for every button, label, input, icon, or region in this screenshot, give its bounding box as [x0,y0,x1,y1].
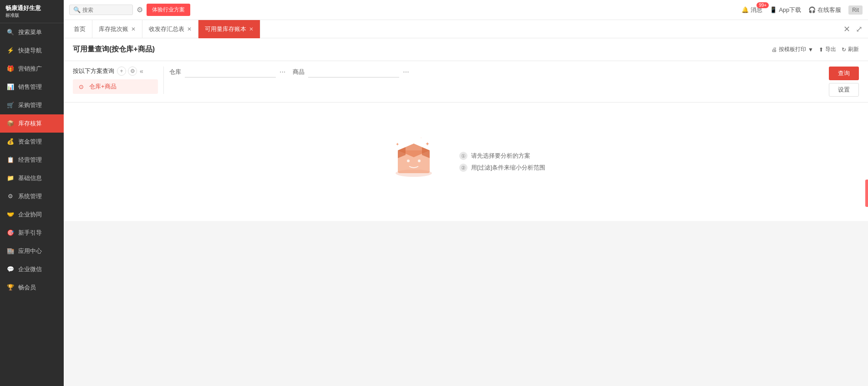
sidebar-item-label: 营销推广 [18,65,42,73]
topbar-search[interactable]: 🔍 [69,5,133,15]
sales-icon: 📊 [6,83,15,91]
warehouse-label: 仓库 [169,68,181,76]
tab-label-available: 可用量库存账本 [205,25,246,33]
message-icon: 🔔 [741,6,749,13]
sidebar-item-label: 资金管理 [18,138,42,146]
sidebar-item-sales[interactable]: 📊销售管理 [0,78,64,96]
sidebar-item-apps[interactable]: 🏬应用中心 [0,242,64,260]
sidebar-item-label: 库存核算 [18,119,42,128]
chevron-down-icon: ▼ [808,46,813,53]
query-button[interactable]: 查询 [829,67,859,80]
tab-summary[interactable]: 收发存汇总表✕ [142,20,198,38]
sidebar-logo: 畅康通好生意 标准版 [5,5,58,18]
sidebar-item-search[interactable]: 🔍搜索菜单 [0,23,64,41]
settings-icon[interactable]: ⚙ [137,5,143,14]
tab-close-available[interactable]: ✕ [249,26,254,32]
warehouse-more-icon[interactable]: ··· [279,68,285,76]
tab-close-all[interactable]: ✕ [840,24,854,34]
query-filters: 仓库 ··· 商品 ··· [169,67,823,77]
tab-close-summary[interactable]: ✕ [187,26,192,32]
tab-home[interactable]: 首页 [67,20,92,38]
sidebar-item-shortcut[interactable]: ⚡快捷导航 [0,41,64,60]
basic-icon: 📁 [6,174,15,182]
edit-scheme-button[interactable]: ⚙ [128,67,137,76]
sidebar-item-member[interactable]: 🏆畅会员 [0,278,64,297]
print-icon: 🖨 [772,46,777,53]
add-scheme-button[interactable]: + [117,67,126,76]
sidebar: 畅康通好生意 标准版 🔍搜索菜单⚡快捷导航🎁营销推广📊销售管理🛒采购管理📦库存核… [0,0,64,386]
empty-illustration: ✦ ✦ · [386,130,441,185]
scheme-item-warehouse-product[interactable]: ⊙ 仓库+商品 [73,79,158,94]
sidebar-item-label: 企业微信 [18,265,42,273]
svg-point-5 [407,160,410,162]
tab-close-batch[interactable]: ✕ [131,26,136,32]
svg-text:·: · [421,136,421,140]
tab-label-summary: 收发存汇总表 [149,25,184,33]
sidebar-item-label: 应用中心 [18,247,42,255]
content-area: ✦ ✦ · ① 请先选择要分析的方案 ② 用[过滤]条件来缩小 [64,103,868,221]
trial-button[interactable]: 体验行业方案 [147,4,190,16]
sidebar-item-marketing[interactable]: 🎁营销推广 [0,60,64,78]
page-header: 可用量查询(按仓库+商品) 🖨 按模板打印 ▼ ⬆ 导出 ↻ 刷新 [64,38,868,61]
scheme-item-icon: ⊙ [76,82,86,91]
svg-text:✦: ✦ [396,142,399,147]
online-service-link[interactable]: 🎧 在线客服 [808,6,841,14]
enterprise-icon: 🤝 [6,211,15,219]
main-content: 🔍 ⚙ 体验行业方案 🔔 消息 99+ 📱 App下载 🎧 在线客服 Rit 首… [64,0,868,386]
phone-icon: 📱 [770,6,777,13]
system-icon: ⚙ [6,192,15,201]
guide-icon: 🎯 [6,229,15,237]
query-area: 按以下方案查询 + ⚙ « ⊙ 仓库+商品 仓库 [64,61,868,103]
tab-label-batch: 库存批次账 [99,25,128,33]
scheme-actions: + ⚙ [117,67,137,76]
sidebar-scroll: 🔍搜索菜单⚡快捷导航🎁营销推广📊销售管理🛒采购管理📦库存核算💰资金管理📋经营管理… [0,23,64,386]
export-button[interactable]: ⬆ 导出 [819,46,836,53]
user-avatar[interactable]: Rit [848,5,863,15]
print-button[interactable]: 🖨 按模板打印 ▼ [772,46,813,53]
tab-available[interactable]: 可用量库存账本✕ [198,20,260,38]
empty-tips: ① 请先选择要分析的方案 ② 用[过滤]条件来缩小分析范围 [459,152,545,172]
sidebar-item-guide[interactable]: 🎯新手引导 [0,224,64,242]
sidebar-item-enterprise[interactable]: 🤝企业协同 [0,206,64,224]
search-input[interactable] [82,7,128,13]
wechat-icon: 💬 [6,265,15,273]
message-badge: 99+ [756,2,769,8]
marketing-icon: 🎁 [6,65,15,73]
collapse-icon[interactable]: « [140,67,143,75]
empty-tip-2: ② 用[过滤]条件来缩小分析范围 [459,164,545,172]
app-download-link[interactable]: 📱 App下载 [770,6,801,14]
sidebar-item-finance[interactable]: 💰资金管理 [0,133,64,151]
topbar: 🔍 ⚙ 体验行业方案 🔔 消息 99+ 📱 App下载 🎧 在线客服 Rit [64,0,868,20]
product-label: 商品 [293,68,305,76]
tab-batch[interactable]: 库存批次账✕ [92,20,142,38]
refresh-button[interactable]: ↻ 刷新 [842,46,859,53]
filter-product: 商品 ··· [293,67,409,77]
scroll-handle[interactable] [865,180,868,207]
sidebar-item-purchase[interactable]: 🛒采购管理 [0,96,64,114]
warehouse-input[interactable] [185,67,276,77]
page-content: 可用量查询(按仓库+商品) 🖨 按模板打印 ▼ ⬆ 导出 ↻ 刷新 [64,38,868,386]
message-link[interactable]: 🔔 消息 99+ [741,6,762,14]
settings-button[interactable]: 设置 [829,83,859,97]
tab-expand[interactable]: ⤢ [854,24,864,34]
tabs-bar: 首页库存批次账✕收发存汇总表✕可用量库存账本✕✕ ⤢ [64,20,868,38]
sidebar-item-label: 企业协同 [18,211,42,219]
search-icon: 🔍 [6,28,15,36]
page-title: 可用量查询(按仓库+商品) [73,45,155,54]
sidebar-header: 畅康通好生意 标准版 [0,0,64,23]
sidebar-item-wechat[interactable]: 💬企业微信 [0,260,64,278]
sidebar-item-label: 经营管理 [18,156,42,164]
sidebar-item-operations[interactable]: 📋经营管理 [0,151,64,169]
sidebar-item-label: 系统管理 [18,192,42,201]
search-icon: 🔍 [73,6,81,13]
sidebar-item-basic[interactable]: 📁基础信息 [0,169,64,187]
product-more-icon[interactable]: ··· [403,68,409,76]
sidebar-item-system[interactable]: ⚙系统管理 [0,187,64,206]
filter-warehouse: 仓库 ··· [169,67,285,77]
shortcut-icon: ⚡ [6,46,15,55]
purchase-icon: 🛒 [6,101,15,109]
sidebar-item-inventory[interactable]: 📦库存核算 [0,114,64,133]
svg-point-6 [418,160,421,162]
product-input[interactable] [308,67,399,77]
empty-tip-1: ① 请先选择要分析的方案 [459,152,545,160]
